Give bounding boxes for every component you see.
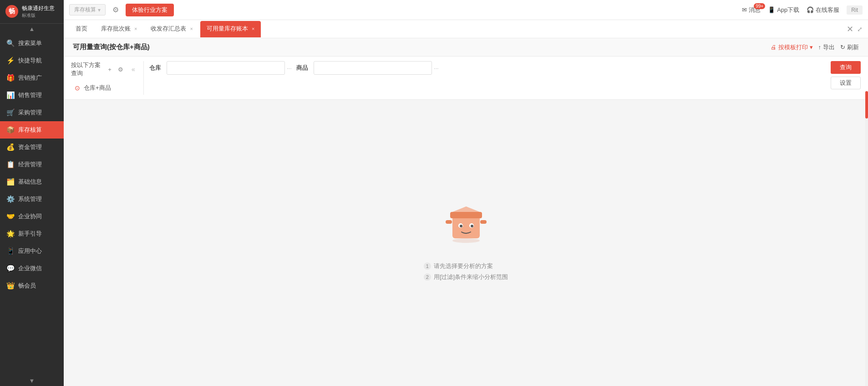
goods-field: 商品 ··· xyxy=(296,61,439,75)
svg-marker-2 xyxy=(452,206,480,212)
marketing-icon: 🎁 xyxy=(6,74,15,82)
sidebar-item-appcenter[interactable]: 📱 应用中心 xyxy=(0,242,64,260)
right-scrollbar[interactable] xyxy=(865,91,868,386)
tip-text-2: 用[过滤]条件来缩小分析范围 xyxy=(434,273,508,281)
scroll-up-arrow[interactable]: ▲ xyxy=(0,24,64,35)
message-button[interactable]: ✉ 消息 99+ xyxy=(742,6,761,14)
sidebar-item-label: 资金管理 xyxy=(18,143,42,151)
tab-home-label: 首页 xyxy=(76,25,87,33)
tab-receipt-summary-close[interactable]: × xyxy=(190,26,193,31)
corpwechat-icon: 💬 xyxy=(6,264,15,273)
message-icon: ✉ xyxy=(742,6,747,13)
service-button[interactable]: 🎧 在线客服 xyxy=(807,6,839,14)
tab-batch-ledger[interactable]: 库存批次账 × xyxy=(95,21,143,37)
sidebar: 畅 畅康通好生意 标准版 ▲ 🔍 搜索菜单 ⚡ 快捷导航 🎁 营销推广 📊 销售… xyxy=(0,0,64,386)
template-print-button[interactable]: 🖨 按模板打印 ▾ xyxy=(771,43,813,51)
goods-label: 商品 xyxy=(296,64,308,72)
chevron-down-icon: ▾ xyxy=(98,7,101,13)
sidebar-item-label: 库存核算 xyxy=(18,126,42,134)
sidebar-item-newguide[interactable]: 🌟 新手引导 xyxy=(0,225,64,242)
tab-available-ledger[interactable]: 可用量库存账本 × xyxy=(200,21,261,37)
tab-batch-ledger-label: 库存批次账 xyxy=(101,25,131,33)
operations-icon: 📋 xyxy=(6,160,15,169)
settings-scheme-btn[interactable]: ⚙ xyxy=(116,65,125,74)
collapse-scheme-btn[interactable]: « xyxy=(129,65,138,74)
tab-receipt-summary[interactable]: 收发存汇总表 × xyxy=(144,21,199,37)
goods-input[interactable] xyxy=(314,61,432,75)
sidebar-item-cooperation[interactable]: 🤝 企业协同 xyxy=(0,208,64,225)
basicinfo-icon: 🗂️ xyxy=(6,178,15,186)
empty-state: 1 请先选择要分析的方案 2 用[过滤]条件来缩小分析范围 xyxy=(64,100,868,386)
add-scheme-btn[interactable]: + xyxy=(105,65,114,74)
system-icon: ⚙️ xyxy=(6,195,15,203)
sidebar-item-label: 搜索菜单 xyxy=(18,39,42,47)
user-avatar[interactable]: Rit xyxy=(847,5,863,15)
filter-scheme-item[interactable]: ⊙ 仓库+商品 xyxy=(71,81,138,95)
warehouse-input-wrap: 仓库 ··· xyxy=(149,61,292,75)
sidebar-item-label: 采购管理 xyxy=(18,108,42,117)
tip-text-1: 请先选择要分析的方案 xyxy=(434,262,493,270)
inventory-icon: 📦 xyxy=(6,126,15,134)
sidebar-item-corpwechat[interactable]: 💬 企业微信 xyxy=(0,260,64,277)
sidebar-item-inventory[interactable]: 📦 库存核算 xyxy=(0,121,64,139)
sidebar-item-label: 系统管理 xyxy=(18,195,42,203)
gear-button[interactable]: ⚙ xyxy=(109,4,122,16)
sidebar-item-label: 经营管理 xyxy=(18,160,42,169)
settings-button[interactable]: 设置 xyxy=(831,77,861,89)
sidebar-item-purchase[interactable]: 🛒 采购管理 xyxy=(0,104,64,121)
sidebar-item-operations[interactable]: 📋 经营管理 xyxy=(0,156,64,173)
svg-rect-0 xyxy=(452,216,480,238)
sidebar-item-vip[interactable]: 👑 畅会员 xyxy=(0,277,64,294)
tab-available-ledger-label: 可用量库存账本 xyxy=(207,25,248,33)
appcenter-icon: 📱 xyxy=(6,247,15,255)
sidebar-item-finance[interactable]: 💰 资金管理 xyxy=(0,139,64,156)
app-icon: 📱 xyxy=(768,6,775,13)
tab-home[interactable]: 首页 xyxy=(69,21,94,37)
search-icon: 🔍 xyxy=(6,39,15,47)
scrollbar-thumb xyxy=(865,91,868,118)
newguide-icon: 🌟 xyxy=(6,230,15,238)
svg-point-9 xyxy=(452,238,480,243)
filter-scheme-label: 按以下方案查询 xyxy=(71,61,105,77)
tab-receipt-summary-label: 收发存汇总表 xyxy=(151,25,186,33)
quicknav-icon: ⚡ xyxy=(6,57,15,65)
export-button[interactable]: ↑ 导出 xyxy=(818,43,835,51)
template-print-label: 按模板打印 xyxy=(778,43,808,51)
sidebar-item-label: 营销推广 xyxy=(18,74,42,82)
empty-svg-illustration xyxy=(443,202,489,247)
industry-btn[interactable]: 体验行业方案 xyxy=(126,4,174,16)
sidebar-item-label: 新手引导 xyxy=(18,230,42,238)
refresh-button[interactable]: ↻ 刷新 xyxy=(840,43,859,51)
warehouse-more-icon[interactable]: ··· xyxy=(287,65,292,72)
sidebar-item-label: 畅会员 xyxy=(18,282,36,290)
page-header-actions: 🖨 按模板打印 ▾ ↑ 导出 ↻ 刷新 xyxy=(771,43,859,51)
main-area: 库存核算 ▾ ⚙ 体验行业方案 ✉ 消息 99+ 📱 App下载 🎧 在线客服 … xyxy=(64,0,868,386)
topbar: 库存核算 ▾ ⚙ 体验行业方案 ✉ 消息 99+ 📱 App下载 🎧 在线客服 … xyxy=(64,0,868,20)
sidebar-item-search[interactable]: 🔍 搜索菜单 xyxy=(0,35,64,52)
close-tab-btn[interactable]: ✕ xyxy=(847,24,853,34)
sidebar-item-system[interactable]: ⚙️ 系统管理 xyxy=(0,190,64,208)
warehouse-field: 仓库 ··· xyxy=(149,61,292,75)
filter-scheme-panel: 按以下方案查询 + ⚙ « ⊙ 仓库+商品 xyxy=(71,61,144,95)
scroll-down-arrow[interactable]: ▼ xyxy=(0,375,64,386)
filter-scheme-actions: + ⚙ « xyxy=(105,65,138,74)
app-download-button[interactable]: 📱 App下载 xyxy=(768,6,799,14)
warehouse-input[interactable] xyxy=(167,61,285,75)
service-icon: 🎧 xyxy=(807,6,814,13)
expand-btn[interactable]: ⤢ xyxy=(857,26,863,33)
sidebar-item-label: 基础信息 xyxy=(18,178,42,186)
export-label: 导出 xyxy=(823,43,835,51)
sidebar-item-marketing[interactable]: 🎁 营销推广 xyxy=(0,69,64,87)
tab-batch-ledger-close[interactable]: × xyxy=(134,26,137,31)
template-print-chevron: ▾ xyxy=(810,44,813,51)
finance-icon: 💰 xyxy=(6,143,15,151)
query-button[interactable]: 查询 xyxy=(831,61,861,74)
tab-available-ledger-close[interactable]: × xyxy=(252,26,254,31)
sidebar-item-label: 企业微信 xyxy=(18,264,42,273)
goods-more-icon[interactable]: ··· xyxy=(434,65,439,72)
sidebar-nav: 🔍 搜索菜单 ⚡ 快捷导航 🎁 营销推广 📊 销售管理 🛒 采购管理 📦 库存核… xyxy=(0,35,64,375)
sidebar-item-basicinfo[interactable]: 🗂️ 基础信息 xyxy=(0,173,64,190)
tabbar: 首页 库存批次账 × 收发存汇总表 × 可用量库存账本 × ✕ ⤢ xyxy=(64,20,868,38)
sidebar-item-sales[interactable]: 📊 销售管理 xyxy=(0,87,64,104)
sidebar-item-quicknav[interactable]: ⚡ 快捷导航 xyxy=(0,52,64,69)
